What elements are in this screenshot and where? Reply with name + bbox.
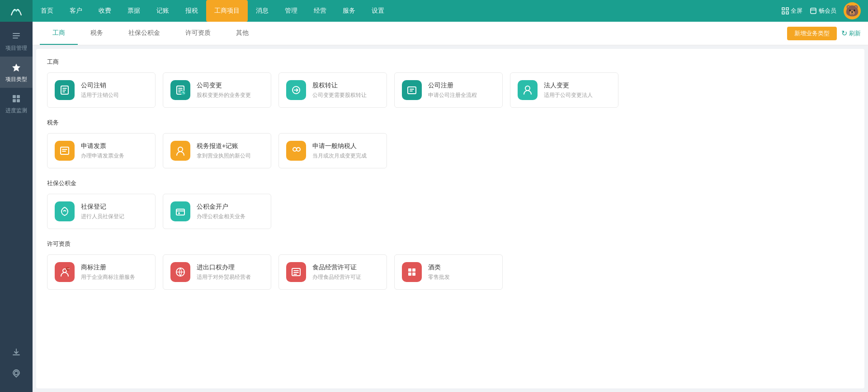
nav-client[interactable]: 客户 bbox=[61, 0, 90, 22]
trademark-desc: 用于企业商标注册服务 bbox=[81, 273, 148, 281]
download-icon bbox=[10, 346, 23, 359]
nav-settings[interactable]: 设置 bbox=[363, 0, 392, 22]
svg-rect-34 bbox=[408, 272, 411, 276]
nav-manage[interactable]: 管理 bbox=[277, 0, 306, 22]
nav-message[interactable]: 消息 bbox=[248, 0, 277, 22]
card-tax-report[interactable]: 税务报道+记账 拿到营业执照的新公司 bbox=[163, 133, 271, 168]
svg-point-26 bbox=[178, 212, 180, 214]
refresh-button[interactable]: ↻ 刷新 bbox=[841, 29, 861, 38]
card-grid-tax: 申请发票 办理申请发票业务 税务报道+记账 拿到营业执照的新公司 bbox=[47, 133, 854, 168]
card-provident-fund[interactable]: 公积金开户 办理公积金相关业务 bbox=[163, 194, 271, 229]
tab-bar: 工商 税务 社保公积金 许可资质 其他 新增业务类型 ↻ 刷新 bbox=[33, 22, 868, 45]
legal-person-icon bbox=[518, 80, 538, 100]
nav-business[interactable]: 工商项目 bbox=[206, 0, 248, 22]
legal-person-info: 法人变更 适用于公司变更法人 bbox=[544, 81, 611, 99]
svg-rect-12 bbox=[17, 99, 20, 102]
svg-rect-4 bbox=[811, 8, 816, 14]
import-export-name: 进出口权办理 bbox=[197, 263, 264, 272]
card-company-register[interactable]: 公司注册 申请公司注册全流程 bbox=[394, 72, 503, 108]
card-liquor[interactable]: 酒类 零售批发 bbox=[394, 254, 503, 290]
card-general-taxpayer[interactable]: 申请一般纳税人 当月或次月成变更完成 bbox=[278, 133, 387, 168]
provident-fund-icon bbox=[170, 201, 190, 221]
apply-invoice-icon bbox=[55, 141, 75, 161]
general-taxpayer-info: 申请一般纳税人 当月或次月成变更完成 bbox=[312, 142, 379, 160]
sidebar-label-progress: 进度监测 bbox=[5, 107, 27, 115]
svg-point-20 bbox=[525, 86, 530, 91]
social-insurance-reg-name: 社保登记 bbox=[81, 203, 148, 211]
svg-rect-7 bbox=[13, 38, 18, 38]
sidebar-item-project-type[interactable]: 项目类型 bbox=[0, 57, 33, 88]
card-social-insurance-reg[interactable]: 社保登记 进行人员社保登记 bbox=[47, 194, 156, 229]
card-import-export[interactable]: 进出口权办理 适用于对外贸易经营者 bbox=[163, 254, 271, 290]
svg-rect-19 bbox=[408, 87, 416, 94]
card-food-license[interactable]: 食品经营许可证 办理食品经营许可证 bbox=[278, 254, 387, 290]
nav-fee[interactable]: 收费 bbox=[90, 0, 119, 22]
tab-license[interactable]: 许可资质 bbox=[173, 22, 223, 45]
company-register-name: 公司注册 bbox=[428, 81, 495, 90]
company-cancel-info: 公司注销 适用于注销公司 bbox=[81, 81, 148, 99]
card-grid-social: 社保登记 进行人员社保登记 公积金开户 办理公积金相关业务 bbox=[47, 194, 854, 229]
card-company-cancel[interactable]: 公司注销 适用于注销公司 bbox=[47, 72, 156, 108]
card-company-change[interactable]: ✎ 公司变更 股权变更外的业务变更 bbox=[163, 72, 271, 108]
food-license-info: 食品经营许可证 办理食品经营许可证 bbox=[312, 263, 379, 281]
section-title-social: 社保公积金 bbox=[47, 179, 854, 187]
provident-fund-info: 公积金开户 办理公积金相关业务 bbox=[197, 203, 264, 220]
svg-point-24 bbox=[297, 148, 300, 151]
tab-tax[interactable]: 税务 bbox=[78, 22, 116, 45]
member-button[interactable]: 畅会员 bbox=[810, 7, 836, 15]
nav-service[interactable]: 服务 bbox=[335, 0, 363, 22]
tax-report-name: 税务报道+记账 bbox=[197, 142, 264, 150]
member-label: 畅会员 bbox=[819, 7, 836, 15]
card-apply-invoice[interactable]: 申请发票 办理申请发票业务 bbox=[47, 133, 156, 168]
company-change-desc: 股权变更外的业务变更 bbox=[197, 91, 264, 99]
apply-invoice-name: 申请发票 bbox=[81, 142, 148, 150]
nav-invoice[interactable]: 票据 bbox=[119, 0, 148, 22]
social-insurance-icon bbox=[55, 201, 75, 221]
section-license: 许可资质 ™ 商标注册 用于企业商标注册服务 bbox=[47, 240, 854, 290]
svg-rect-6 bbox=[13, 35, 20, 36]
svg-rect-9 bbox=[13, 95, 16, 98]
tab-business[interactable]: 工商 bbox=[40, 22, 78, 45]
sidebar-item-progress[interactable]: 进度监测 bbox=[0, 88, 33, 119]
nav-tax[interactable]: 报税 bbox=[177, 0, 206, 22]
section-title-license: 许可资质 bbox=[47, 240, 854, 248]
card-legal-person-change[interactable]: 法人变更 适用于公司变更法人 bbox=[510, 72, 618, 108]
equity-transfer-desc: 公司变更需要股权转让 bbox=[312, 91, 379, 99]
sidebar-download[interactable] bbox=[0, 341, 33, 363]
tab-social-insurance[interactable]: 社保公积金 bbox=[116, 22, 173, 45]
fullscreen-button[interactable]: 全屏 bbox=[782, 7, 802, 15]
card-grid-license: ™ 商标注册 用于企业商标注册服务 进出口权办理 适用于对 bbox=[47, 254, 854, 290]
company-register-icon bbox=[402, 80, 422, 100]
nav-home[interactable]: 首页 bbox=[33, 0, 61, 22]
import-export-icon bbox=[170, 262, 190, 282]
equity-transfer-icon bbox=[286, 80, 306, 100]
section-title-tax: 税务 bbox=[47, 119, 854, 127]
card-equity-transfer[interactable]: 股权转让 公司变更需要股权转让 bbox=[278, 72, 387, 108]
scroll-content[interactable]: 工商 公司注销 适用于注销公司 ✎ bbox=[36, 49, 864, 388]
provident-fund-name: 公积金开户 bbox=[197, 203, 264, 211]
sidebar-location[interactable] bbox=[0, 363, 33, 385]
company-change-info: 公司变更 股权变更外的业务变更 bbox=[197, 81, 264, 99]
sidebar-label-project-type: 项目类型 bbox=[5, 76, 27, 83]
social-insurance-reg-desc: 进行人员社保登记 bbox=[81, 213, 148, 220]
svg-text:✎: ✎ bbox=[182, 91, 185, 95]
trademark-info: 商标注册 用于企业商标注册服务 bbox=[81, 263, 148, 281]
sidebar-bottom bbox=[0, 341, 33, 392]
legal-person-desc: 适用于公司变更法人 bbox=[544, 91, 611, 99]
add-type-button[interactable]: 新增业务类型 bbox=[787, 27, 837, 40]
svg-rect-0 bbox=[782, 8, 784, 10]
food-license-name: 食品经营许可证 bbox=[312, 263, 379, 272]
apply-invoice-desc: 办理申请发票业务 bbox=[81, 152, 148, 160]
nav-bookkeeping[interactable]: 记账 bbox=[148, 0, 177, 22]
tab-list: 工商 税务 社保公积金 许可资质 其他 bbox=[40, 22, 261, 45]
card-trademark[interactable]: ™ 商标注册 用于企业商标注册服务 bbox=[47, 254, 156, 290]
tab-other[interactable]: 其他 bbox=[223, 22, 261, 45]
company-register-desc: 申请公司注册全流程 bbox=[428, 91, 495, 99]
apply-invoice-info: 申请发票 办理申请发票业务 bbox=[81, 142, 148, 160]
liquor-icon bbox=[402, 262, 422, 282]
svg-rect-1 bbox=[786, 8, 788, 10]
general-taxpayer-name: 申请一般纳税人 bbox=[312, 142, 379, 150]
sidebar-item-project-manage[interactable]: 项目管理 bbox=[0, 25, 33, 57]
location-icon bbox=[10, 368, 23, 380]
nav-operation[interactable]: 经营 bbox=[306, 0, 335, 22]
